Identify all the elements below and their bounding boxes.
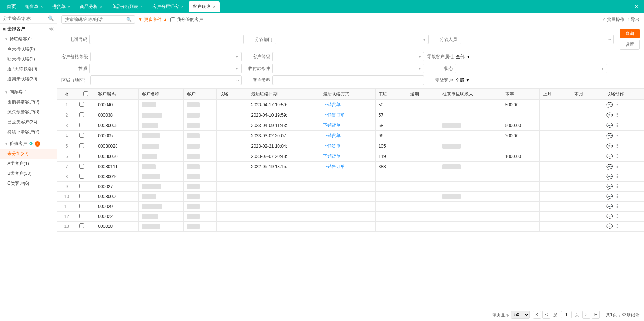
close-contact-tab[interactable]: × [213,4,215,9]
row-more-icon-5[interactable]: ⠿ [615,143,619,149]
status-select[interactable]: ▼ [455,64,607,73]
nav-home[interactable]: 首页 [3,3,20,10]
row-chat-icon-13[interactable]: 💬 [606,223,613,229]
row-select-13[interactable] [79,223,84,228]
payment-select[interactable]: ▼ [272,64,425,73]
sidebar-item-week-pending[interactable]: 近7天待联络(0) [0,64,57,74]
dept-select[interactable]: ▼ [275,35,429,44]
sidebar-item-churned[interactable]: 已流失客户(24) [0,117,57,127]
export-btn[interactable]: ↑ 导出 [627,17,640,23]
last-way-link-5[interactable]: 下销货单 [323,143,341,148]
row-chat-icon-3[interactable]: 💬 [606,123,613,128]
row-more-icon-3[interactable]: ⠿ [615,123,619,128]
nature-select[interactable]: ▼ [89,64,242,73]
row-checkbox-6[interactable] [76,151,95,162]
close-analysis-list-tab[interactable]: × [140,4,142,9]
per-page-select[interactable]: 50 100 200 [511,311,530,319]
row-chat-icon-12[interactable]: 💬 [606,214,613,219]
row-select-5[interactable] [79,143,84,148]
sidebar-item-ungroup[interactable]: 未分组(32) [0,149,57,159]
filter-search-input[interactable] [65,17,125,22]
row-select-8[interactable] [79,174,84,179]
sidebar-item-tomorrow-pending[interactable]: 明天待联络(1) [0,54,57,64]
sidebar-item-churn-warning[interactable]: 流失预警客户(3) [0,107,57,117]
checkbox-col-header[interactable] [76,89,95,100]
sidebar-item-abnormal[interactable]: 囤购异常客户(2) [0,97,57,107]
row-checkbox-4[interactable] [76,131,95,141]
row-checkbox-3[interactable] [76,120,95,131]
row-more-icon-11[interactable]: ⠿ [615,204,619,209]
row-select-1[interactable] [79,102,84,107]
nav-tab-sales[interactable]: 销售单 × [21,1,47,12]
row-more-icon-13[interactable]: ⠿ [615,223,619,229]
row-checkbox-11[interactable] [76,202,95,212]
nav-close-all[interactable]: × [632,3,641,10]
row-select-2[interactable] [79,112,84,117]
row-chat-icon-4[interactable]: 💬 [606,133,613,139]
row-more-icon-8[interactable]: ⠿ [615,174,619,180]
row-more-icon-10[interactable]: ⠿ [615,194,619,200]
region-select[interactable]: ··· [90,75,242,85]
last-way-link-2[interactable]: 下销售订单 [323,112,345,117]
row-checkbox-1[interactable] [76,100,95,110]
my-customers-checkbox-label[interactable]: 我分管的客户 [170,17,203,23]
close-sales-tab[interactable]: × [41,4,43,9]
row-chat-icon-10[interactable]: 💬 [606,194,613,200]
close-segment-tab[interactable]: × [181,4,183,9]
row-select-12[interactable] [79,214,84,218]
last-page-btn[interactable]: H [592,311,600,319]
query-btn[interactable]: 查询 [620,29,640,38]
close-analysis-tab[interactable]: × [100,4,102,9]
sidebar-group-pending[interactable]: ▼ 待联络客户 [0,34,57,44]
sidebar-group-problem[interactable]: ▼ 问题客户 [0,87,57,97]
row-checkbox-8[interactable] [76,172,95,182]
select-all-checkbox[interactable] [83,91,88,96]
customer-level-select[interactable]: ▼ [272,52,425,61]
close-purchase-tab[interactable]: × [68,4,70,9]
row-more-icon-6[interactable]: ⠿ [615,154,619,159]
row-more-icon-4[interactable]: ⠿ [615,133,619,139]
row-more-icon-12[interactable]: ⠿ [615,214,619,219]
nav-tab-analysis[interactable]: 商品分析 × [75,1,106,12]
page-input[interactable] [561,311,572,318]
row-select-3[interactable] [79,123,84,127]
row-checkbox-9[interactable] [76,182,95,192]
nav-tab-purchase[interactable]: 进货单 × [48,1,74,12]
row-select-11[interactable] [79,204,84,208]
row-chat-icon-8[interactable]: 💬 [606,174,613,180]
reset-btn[interactable]: 设置 [620,40,640,50]
row-more-icon-9[interactable]: ⠿ [615,184,619,190]
last-way-link-6[interactable]: 下销货单 [323,154,341,159]
settings-col-header[interactable]: ⚙ [57,89,76,100]
sidebar-item-today-pending[interactable]: 今天待联络(0) [0,44,57,54]
sidebar-group-value[interactable]: ▼ 价值客户 ⟳ ! [0,139,57,149]
last-way-link-3[interactable]: 下销货单 [323,123,341,128]
row-select-7[interactable] [79,164,84,169]
nav-tab-analysis-list[interactable]: 商品分析列表 × [107,1,147,12]
row-checkbox-5[interactable] [76,141,95,151]
sidebar-item-overdue-pending[interactable]: 逾期未联络(30) [0,74,57,84]
batch-operate-btn[interactable]: ☑ 批量操作 [602,17,624,23]
row-chat-icon-2[interactable]: 💬 [606,112,613,118]
row-checkbox-2[interactable] [76,110,95,120]
row-more-icon-7[interactable]: ⠿ [615,164,619,170]
my-customers-checkbox[interactable] [170,17,175,22]
row-more-icon-1[interactable]: ⠿ [615,102,619,108]
sidebar-item-class-c[interactable]: C类客户(6) [0,179,57,188]
nav-tab-customer-segment[interactable]: 客户分层经客 × [148,1,188,12]
row-chat-icon-5[interactable]: 💬 [606,143,613,149]
first-page-btn[interactable]: K [533,311,541,319]
row-chat-icon-9[interactable]: 💬 [606,184,613,190]
nav-tab-customer-contact[interactable]: 客户联络 × [189,1,219,12]
phone-input[interactable] [89,35,244,44]
filter-more-btn[interactable]: ▼ 更多条件 ▲ [138,17,168,23]
collapse-icon[interactable]: ≪ [49,26,54,32]
row-checkbox-10[interactable] [76,192,95,202]
sidebar-item-declining[interactable]: 持续下滑客户(2) [0,127,57,137]
row-select-4[interactable] [79,133,84,138]
row-chat-icon-7[interactable]: 💬 [606,164,613,170]
prev-page-btn[interactable]: < [542,311,550,319]
last-way-link-4[interactable]: 下销货单 [323,133,341,138]
row-chat-icon-6[interactable]: 💬 [606,154,613,159]
last-way-link-7[interactable]: 下销售订单 [323,164,345,169]
